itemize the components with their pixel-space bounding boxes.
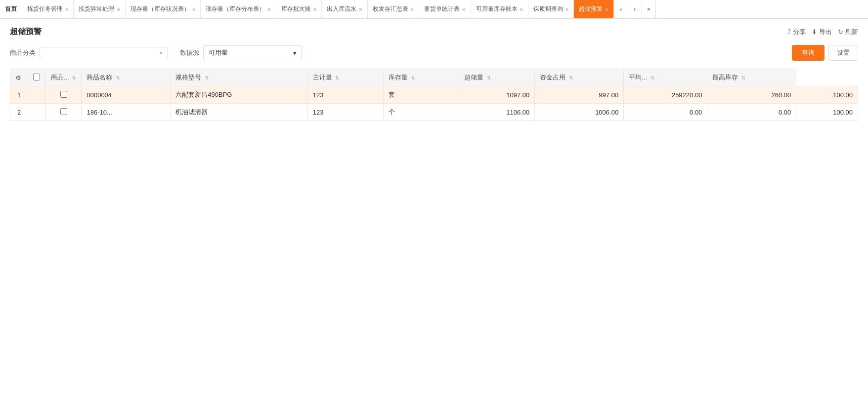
select-all-checkbox[interactable] <box>33 74 40 80</box>
category-chevron-down-icon: ▾ <box>160 50 163 56</box>
nav-tab-batch-account[interactable]: 库存批次账 × <box>276 0 322 19</box>
sort-unit-icon: ⇅ <box>335 75 339 80</box>
refresh-icon: ↻ <box>838 28 843 36</box>
sort-stock-qty-icon: ⇅ <box>411 75 415 80</box>
row-gear-col <box>28 86 46 104</box>
close-stock-dist-icon[interactable]: × <box>267 6 270 12</box>
category-label: 商品分类 <box>10 48 36 57</box>
sort-spec-icon: ⇅ <box>205 75 209 80</box>
th-product-name[interactable]: 商品名称 ⇅ <box>82 69 171 86</box>
stock-status-label: 现存量（库存状况表） <box>130 5 190 13</box>
export-label: 导出 <box>819 28 832 37</box>
row-spec: 123 <box>307 104 383 121</box>
nav-tab-order-stats[interactable]: 要货单统计表 × <box>419 0 471 19</box>
row-over-qty: 1006.00 <box>535 104 624 121</box>
avail-ledger-label: 可用量库存账本 <box>476 5 518 13</box>
row-unit: 个 <box>383 104 459 121</box>
th-product-code[interactable]: 商品... ⇅ <box>46 69 82 86</box>
nav-tab-pick-task[interactable]: 拣货任务管理 × <box>22 0 74 19</box>
sort-capital-used-icon: ⇅ <box>569 75 573 80</box>
settings-button[interactable]: 设置 <box>828 45 858 61</box>
nav-tab-stock-dist[interactable]: 现存量（库存分布表） × <box>201 0 276 19</box>
row-product-code: 0000004 <box>82 86 171 104</box>
inout-flow-label: 出入库流水 <box>327 5 356 13</box>
export-icon: ⬇ <box>812 28 817 36</box>
th-avg-price[interactable]: 平均... ⇅ <box>624 69 707 86</box>
row-spec: 123 <box>307 86 383 104</box>
th-spec[interactable]: 规格型号 ⇅ <box>171 69 307 86</box>
row-checkbox-col <box>46 86 82 104</box>
row-unit: 套 <box>383 86 459 104</box>
close-expiry-query-icon[interactable]: × <box>565 6 568 12</box>
batch-account-label: 库存批次账 <box>281 5 311 13</box>
table-row: 1 0000004 六配套新昌490BPG 123 套 1097.00 997.… <box>10 86 858 104</box>
close-pick-task-icon[interactable]: × <box>65 6 68 12</box>
nav-tab-avail-ledger[interactable]: 可用量库存账本 × <box>471 0 528 19</box>
nav-arrow-left[interactable]: ‹ <box>614 0 628 19</box>
order-stats-label: 要货单统计表 <box>424 5 460 13</box>
th-max-stock[interactable]: 最高库存 ⇅ <box>707 69 796 86</box>
row-product-code: 186-10... <box>82 104 171 121</box>
filter-right-actions: 查询 设置 <box>792 45 858 61</box>
pick-task-label: 拣货任务管理 <box>27 5 63 13</box>
row-capital-used: 0.00 <box>624 104 707 121</box>
th-capital-used[interactable]: 资金占用 ⇅ <box>535 69 624 86</box>
row-stock-qty: 1106.00 <box>459 104 535 121</box>
nav-tab-pick-exception[interactable]: 拣货异常处理 × <box>74 0 125 19</box>
stock-dist-label: 现存量（库存分布表） <box>206 5 265 13</box>
close-inout-flow-icon[interactable]: × <box>359 6 362 12</box>
share-label: 分享 <box>793 28 806 37</box>
header-actions: ⤴ 分享 ⬇ 导出 ↻ 刷新 <box>787 28 858 37</box>
nav-tab-home[interactable]: 首页 <box>0 0 22 19</box>
sort-over-qty-icon: ⇅ <box>487 75 491 80</box>
row-gear-col <box>28 104 46 121</box>
row-number: 1 <box>10 86 28 104</box>
nav-arrow-right[interactable]: › <box>628 0 642 19</box>
table-row: 2 186-10... 机油滤清器 123 个 1106.00 1006.00 … <box>10 104 858 121</box>
share-button[interactable]: ⤴ 分享 <box>787 28 806 37</box>
close-recv-send-icon[interactable]: × <box>411 6 414 12</box>
recv-send-label: 收发存汇总表 <box>373 5 408 13</box>
close-batch-account-icon[interactable]: × <box>313 6 316 12</box>
nav-tab-recv-send[interactable]: 收发存汇总表 × <box>368 0 419 19</box>
th-stock-qty[interactable]: 库存量 ⇅ <box>383 69 459 86</box>
th-over-qty[interactable]: 超储量 ⇅ <box>459 69 535 86</box>
th-gear: ⚙ <box>10 69 28 86</box>
export-button[interactable]: ⬇ 导出 <box>812 28 832 37</box>
page-content: 超储预警 ⤴ 分享 ⬇ 导出 ↻ 刷新 商品分类 ▾ 数据源 <box>0 19 868 395</box>
category-filter: 商品分类 ▾ <box>10 47 168 59</box>
row-avg-price: 260.00 <box>707 86 796 104</box>
refresh-button[interactable]: ↻ 刷新 <box>838 28 858 37</box>
home-label: 首页 <box>5 5 17 13</box>
nav-tab-inout-flow[interactable]: 出入库流水 × <box>322 0 367 19</box>
close-overstock-alert-icon[interactable]: × <box>605 6 608 12</box>
row-avg-price: 0.00 <box>707 104 796 121</box>
gear-icon[interactable]: ⚙ <box>15 74 21 81</box>
th-unit[interactable]: 主计量 ⇅ <box>307 69 383 86</box>
close-stock-status-icon[interactable]: × <box>192 6 195 12</box>
datasource-filter: 数据源 可用量 ▾ <box>180 45 302 60</box>
datasource-select[interactable]: 可用量 ▾ <box>203 45 302 60</box>
close-avail-ledger-icon[interactable]: × <box>520 6 523 12</box>
close-pick-exception-icon[interactable]: × <box>117 6 120 12</box>
page-header: 超储预警 ⤴ 分享 ⬇ 导出 ↻ 刷新 <box>10 27 858 37</box>
sort-avg-price-icon: ⇅ <box>651 75 654 80</box>
nav-tab-overstock-alert[interactable]: 超储预警 × <box>574 0 613 19</box>
close-order-stats-icon[interactable]: × <box>462 6 465 12</box>
nav-tab-expiry-query[interactable]: 保质期查询 × <box>528 0 574 19</box>
table-body: 1 0000004 六配套新昌490BPG 123 套 1097.00 997.… <box>10 86 858 121</box>
nav-arrows: ‹ › × <box>614 0 656 19</box>
nav-tab-stock-status[interactable]: 现存量（库存状况表） × <box>126 0 201 19</box>
row-max-stock: 100.00 <box>796 104 858 121</box>
category-select[interactable]: ▾ <box>40 47 168 59</box>
share-icon: ⤴ <box>787 28 791 36</box>
overstock-alert-label: 超储预警 <box>579 5 603 13</box>
row-capital-used: 259220.00 <box>624 86 707 104</box>
table-header: ⚙ 商品... ⇅ 商品名称 ⇅ 规格型号 ⇅ 主计量 <box>10 69 858 86</box>
row-checkbox[interactable] <box>60 108 67 115</box>
nav-arrow-close[interactable]: × <box>642 0 656 19</box>
filter-row: 商品分类 ▾ 数据源 可用量 ▾ 查询 设置 <box>10 45 858 61</box>
query-button[interactable]: 查询 <box>792 45 825 61</box>
row-number: 2 <box>10 104 28 121</box>
row-checkbox[interactable] <box>60 91 67 98</box>
